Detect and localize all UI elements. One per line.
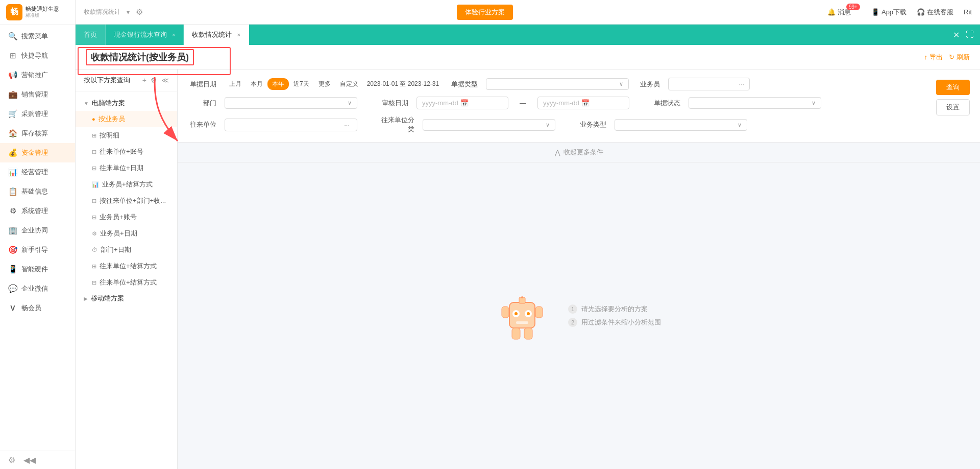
settings-footer-icon[interactable]: ⚙ [8,455,15,465]
topbar-gear-icon[interactable]: ⚙ [136,7,143,17]
sidebar-item-marketing[interactable]: 📢 营销推广 [0,65,75,85]
sidebar-item-business[interactable]: 📊 经营管理 [0,162,75,182]
online-service-btn[interactable]: 🎧 在线客服 [917,8,953,17]
logo-badge: 标准版 [26,12,59,19]
filter-row-dept: 部门 ∨ 审核日期 yyyy-mm-dd 📅 — [188,97,928,109]
doc-type-select[interactable]: ∨ [486,78,629,90]
scheme-item-label: 按业务员 [99,114,125,124]
expand-tabs-icon[interactable]: ⛶ [966,30,974,39]
scheme-item-dept-date[interactable]: ⏱ 部门+日期 [76,242,177,258]
collapse-sidebar-icon[interactable]: ◀◀ [23,455,36,465]
main-area: 收款情况统计 ▾ ⚙ 体验行业方案 🔔 消息 99+ 📱 App下载 🎧 在线客… [76,0,980,469]
sidebar-item-label: 经营管理 [21,168,48,177]
sidebar-item-search[interactable]: 🔍 搜索菜单 [0,27,75,46]
review-date-end-input[interactable]: yyyy-mm-dd 📅 [537,97,629,109]
scheme-item-unit-date[interactable]: ⊟ 往来单位+日期 [76,160,177,176]
collapse-bar[interactable]: ⋀ 收起更多条件 [178,143,980,162]
business-type-select[interactable]: ∨ [615,119,747,131]
more-btn[interactable]: 更多 [314,78,335,90]
dept-select[interactable]: ∨ [225,97,357,109]
partner-category-select[interactable]: ∨ [423,119,555,131]
svg-point-5 [527,312,530,315]
sidebar-item-enterprise[interactable]: 🏢 企业协同 [0,221,75,240]
this-month-btn[interactable]: 本月 [246,78,267,90]
guide-icon: 🎯 [8,245,17,254]
review-date-start-input[interactable]: yyyy-mm-dd 📅 [416,97,508,109]
business-icon: 📊 [8,168,17,177]
trial-btn[interactable]: 体验行业方案 [457,5,513,20]
app-download-btn[interactable]: 📱 App下载 [871,8,906,17]
collapse-icon: ⋀ [555,149,560,156]
scheme-panel-icons: + ⚙ ≪ [142,76,169,84]
message-btn[interactable]: 🔔 消息 99+ [827,8,851,17]
this-year-btn[interactable]: 本年 [267,78,289,90]
empty-step-1: 1 请先选择要分析的方案 [568,304,661,314]
step-num-1: 1 [568,304,577,314]
sidebar-item-basic[interactable]: 📋 基础信息 [0,182,75,201]
tab-close-bank-flow[interactable]: × [172,32,175,38]
last-7days-btn[interactable]: 近7天 [289,78,314,90]
scheme-item-salesperson-settle[interactable]: 📊 业务员+结算方式 [76,176,177,193]
tab-bank-flow[interactable]: 现金银行流水查询 × [106,25,184,45]
scheme-item-unit-settle2[interactable]: ⊟ 往来单位+结算方式 [76,274,177,291]
sidebar-footer: ⚙ ◀◀ [0,451,75,469]
tab-close-collection[interactable]: × [237,32,240,38]
salesperson-select[interactable]: ··· [668,78,750,90]
scheme-panel-title: 按以下方案查询 [84,76,130,85]
export-btn[interactable]: ↑ 导出 [924,53,943,62]
user-name[interactable]: Rit [964,8,972,16]
unit-account-icon: ⊟ [92,149,96,155]
scheme-item-label: 部门+日期 [101,245,131,254]
scheme-item-salesperson-account[interactable]: ⊟ 业务员+账号 [76,209,177,225]
collapse-scheme-icon[interactable]: ≪ [161,76,169,84]
svg-rect-10 [535,307,543,318]
doc-type-filter-label: 单据类型 [447,80,478,89]
tab-home[interactable]: 首页 [76,25,106,45]
svg-point-8 [521,296,523,298]
sidebar-item-finance[interactable]: 💰 资金管理 [0,143,75,162]
date-buttons-group: 上月 本月 本年 近7天 更多 自定义 2023-01-01 至 2023-12… [225,78,439,90]
sidebar-item-system[interactable]: ⚙ 系统管理 [0,201,75,221]
sidebar-item-vip[interactable]: V 畅会员 [0,298,75,318]
scheme-item-salesperson-date[interactable]: ⚙ 业务员+日期 [76,225,177,242]
svg-rect-9 [502,307,509,318]
export-icon: ↑ [924,53,928,61]
close-all-tabs-icon[interactable]: ✕ [953,30,960,40]
sidebar-item-inventory[interactable]: 🏠 库存核算 [0,124,75,143]
scheme-item-unit-account[interactable]: ⊟ 往来单位+账号 [76,144,177,160]
add-scheme-icon[interactable]: + [142,76,146,84]
doc-status-filter-label: 单据状态 [650,99,680,108]
salesperson-account-icon: ⊟ [92,214,96,221]
scheme-item-label: 业务员+日期 [100,229,137,238]
sidebar-item-quick-nav[interactable]: ⊞ 快捷导航 [0,46,75,65]
partner-select[interactable]: ··· [225,119,357,131]
sidebar-item-wechat[interactable]: 💬 企业微信 [0,279,75,298]
query-btn[interactable]: 查询 [936,80,970,95]
date-dash: — [517,99,529,107]
sidebar-item-purchase[interactable]: 🛒 采购管理 [0,104,75,124]
settings-scheme-icon[interactable]: ⚙ [151,76,157,84]
scheme-group-desktop-header[interactable]: ▼ 电脑端方案 [76,96,177,111]
expand-desktop-icon: ▼ [84,101,89,106]
scheme-group-mobile-header[interactable]: ▶ 移动端方案 [76,291,177,306]
refresh-btn[interactable]: ↻ 刷新 [949,53,970,62]
expand-mobile-icon: ▶ [84,296,88,301]
finance-icon: 💰 [8,148,17,157]
purchase-icon: 🛒 [8,109,17,119]
scheme-item-unit-settle1[interactable]: ⊞ 往来单位+结算方式 [76,258,177,274]
tab-collection[interactable]: 收款情况统计 × [184,25,249,45]
sidebar-item-guide[interactable]: 🎯 新手引导 [0,240,75,260]
scheme-item-by-detail[interactable]: ⊞ 按明细 [76,127,177,144]
last-month-btn[interactable]: 上月 [225,78,246,90]
scheme-item-unit-dept-collect[interactable]: ⊟ 按往来单位+部门+收... [76,193,177,209]
scheme-item-by-salesperson[interactable]: ● 按业务员 [76,111,177,127]
settings-btn[interactable]: 设置 [936,99,970,115]
unit-settle2-icon: ⊟ [92,279,96,286]
svg-rect-12 [524,328,532,339]
custom-btn[interactable]: 自定义 [335,78,363,90]
sidebar-item-sales[interactable]: 💼 销售管理 [0,85,75,104]
doc-status-select[interactable]: ∨ [689,97,821,109]
sidebar-item-hardware[interactable]: 📱 智能硬件 [0,260,75,279]
scheme-item-label: 往来单位+日期 [100,163,143,173]
topbar-dropdown-icon[interactable]: ▾ [127,9,130,16]
